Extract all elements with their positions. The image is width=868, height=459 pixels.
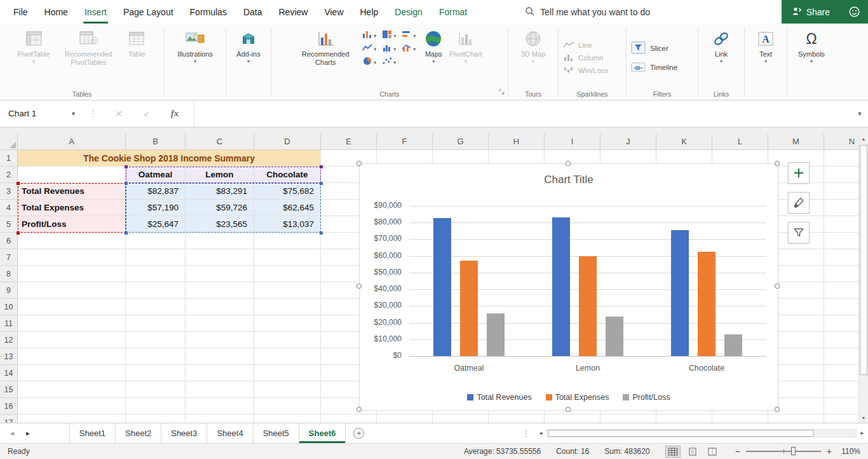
sheet-tab-sheet3[interactable]: Sheet3 <box>161 423 207 443</box>
empty-cell[interactable] <box>18 266 126 282</box>
insert-waterfall-chart-button[interactable]: ▾ <box>402 30 416 39</box>
expand-formula-bar-icon[interactable]: ▼ <box>851 111 868 117</box>
chart-elements-button[interactable] <box>788 162 810 184</box>
empty-cell[interactable] <box>126 282 186 299</box>
empty-cell[interactable] <box>126 381 186 398</box>
column-header-E[interactable]: E <box>321 134 377 150</box>
tell-me-search[interactable]: Tell me what you want to do <box>525 0 650 24</box>
value-cell[interactable]: $59,726 <box>186 200 254 216</box>
column-header-C[interactable]: C <box>186 134 254 150</box>
tab-file[interactable]: File <box>5 0 36 24</box>
tab-page-layout[interactable]: Page Layout <box>115 0 182 24</box>
empty-cell[interactable] <box>126 365 186 381</box>
tab-review[interactable]: Review <box>271 0 316 24</box>
empty-cell[interactable] <box>18 167 126 183</box>
empty-cell[interactable] <box>18 398 126 414</box>
slicer-button[interactable]: Slicer <box>628 39 672 58</box>
scroll-down-arrow[interactable]: ▼ <box>859 413 868 423</box>
row-header-17[interactable]: 17 <box>0 414 18 423</box>
recommended-charts-button[interactable]: Recommended Charts <box>294 26 357 67</box>
empty-cell[interactable] <box>712 414 768 423</box>
chart-styles-button[interactable] <box>788 192 810 214</box>
value-cell[interactable]: $57,190 <box>126 200 186 216</box>
row-header-4[interactable]: 4 <box>0 200 18 216</box>
embedded-chart[interactable]: Chart Title $0$10,000$20,000$30,000$40,0… <box>359 163 778 411</box>
row-header-6[interactable]: 6 <box>0 233 18 249</box>
empty-cell[interactable] <box>126 332 186 348</box>
row-header-11[interactable]: 11 <box>0 315 18 332</box>
value-cell[interactable]: $23,565 <box>186 216 254 233</box>
confirm-entry-button[interactable]: ✓ <box>133 109 161 119</box>
timeline-button[interactable]: Timeline <box>628 58 681 77</box>
insert-column-chart-button[interactable]: ▾ <box>362 30 376 39</box>
column-header-M[interactable]: M <box>768 134 824 150</box>
empty-cell[interactable] <box>126 348 186 365</box>
row-header-7[interactable]: 7 <box>0 249 18 266</box>
empty-cell[interactable] <box>824 348 858 365</box>
empty-cell[interactable] <box>600 414 656 423</box>
empty-cell[interactable] <box>18 233 126 249</box>
empty-cell[interactable] <box>18 315 126 332</box>
normal-view-button[interactable] <box>665 446 681 458</box>
category-header-cell[interactable]: Oatmeal <box>126 167 186 183</box>
empty-cell[interactable] <box>186 266 254 282</box>
row-header-16[interactable]: 16 <box>0 398 18 414</box>
column-header-N[interactable]: N <box>824 134 858 150</box>
row-header-1[interactable]: 1 <box>0 150 18 167</box>
empty-cell[interactable] <box>254 381 321 398</box>
empty-cell[interactable] <box>254 365 321 381</box>
row-header-12[interactable]: 12 <box>0 332 18 348</box>
column-header-B[interactable]: B <box>126 134 186 150</box>
name-box-dropdown-icon[interactable]: ▼ <box>71 111 76 117</box>
insert-line-chart-button[interactable]: ▾ <box>362 43 376 52</box>
empty-cell[interactable] <box>824 381 858 398</box>
tab-formulas[interactable]: Formulas <box>182 0 235 24</box>
scroll-right-arrow[interactable]: ► <box>857 430 868 436</box>
zoom-slider-thumb[interactable] <box>791 447 796 455</box>
empty-cell[interactable] <box>433 414 489 423</box>
sheet-tab-sheet4[interactable]: Sheet4 <box>207 423 253 443</box>
empty-cell[interactable] <box>18 365 126 381</box>
empty-cell[interactable] <box>18 414 126 423</box>
chart-selection-handle[interactable] <box>775 407 780 412</box>
empty-cell[interactable] <box>254 282 321 299</box>
sheet-tab-sheet2[interactable]: Sheet2 <box>116 423 161 443</box>
recommended-pivottables-button[interactable]: ? Recommended PivotTables <box>53 26 124 67</box>
row-header-5[interactable]: 5 <box>0 216 18 233</box>
zoom-slider[interactable] <box>746 451 821 452</box>
row-header-13[interactable]: 13 <box>0 348 18 365</box>
row-header-10[interactable]: 10 <box>0 299 18 315</box>
horizontal-scroll-thumb[interactable] <box>548 430 814 437</box>
tab-format[interactable]: Format <box>431 0 475 24</box>
row-header-15[interactable]: 15 <box>0 381 18 398</box>
feedback-smiley-button[interactable] <box>841 0 868 24</box>
empty-cell[interactable] <box>186 398 254 414</box>
worksheet-title-cell[interactable]: The Cookie Shop 2018 Income Summary <box>18 150 321 167</box>
empty-cell[interactable] <box>254 332 321 348</box>
row-header-14[interactable]: 14 <box>0 365 18 381</box>
empty-cell[interactable] <box>254 233 321 249</box>
formula-input[interactable] <box>194 100 851 127</box>
chart-selection-handle[interactable] <box>356 161 362 166</box>
addins-button[interactable]: Add-ins ▾ <box>231 26 266 64</box>
sparkline-line-button[interactable]: Line <box>560 39 595 51</box>
empty-cell[interactable] <box>824 365 858 381</box>
empty-cell[interactable] <box>254 398 321 414</box>
row-label-cell[interactable]: Total Expenses <box>18 200 126 216</box>
empty-cell[interactable] <box>186 348 254 365</box>
3d-map-button[interactable]: 3D Map ▾ <box>517 26 550 64</box>
zoom-out-button[interactable]: − <box>735 446 740 456</box>
vertical-scroll-thumb[interactable] <box>860 145 867 375</box>
empty-cell[interactable] <box>18 299 126 315</box>
chart-selection-handle[interactable] <box>775 161 780 166</box>
empty-cell[interactable] <box>126 315 186 332</box>
empty-cell[interactable] <box>18 249 126 266</box>
empty-cell[interactable] <box>186 332 254 348</box>
empty-cell[interactable] <box>186 365 254 381</box>
chart-selection-handle[interactable] <box>775 284 780 289</box>
legend-item[interactable]: Total Expenses <box>546 393 609 402</box>
empty-cell[interactable] <box>321 414 377 423</box>
column-header-K[interactable]: K <box>656 134 712 150</box>
empty-cell[interactable] <box>254 348 321 365</box>
chart-selection-handle[interactable] <box>356 284 362 289</box>
